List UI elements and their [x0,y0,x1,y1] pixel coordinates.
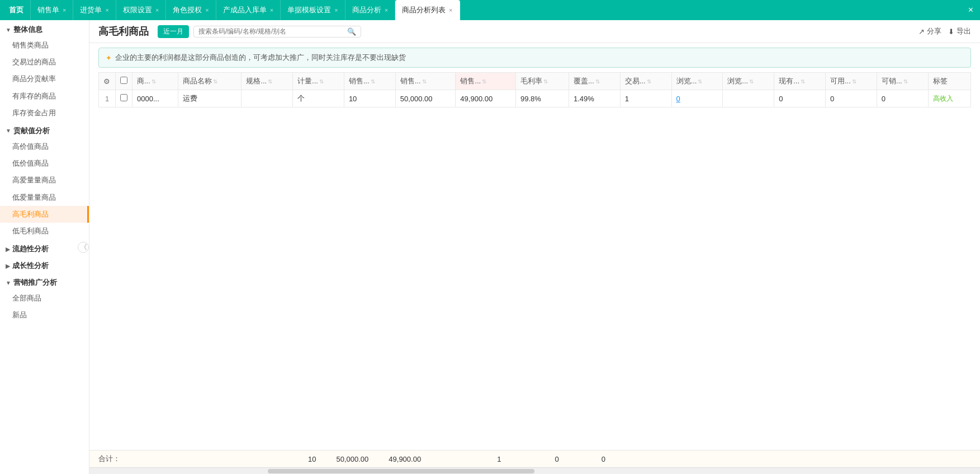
sidebar-item-contribution-rate[interactable]: 商品分贡献率 [0,71,89,87]
sort-icon-id: ⇅ [152,78,156,85]
share-button[interactable]: ↗ 分享 [919,26,941,36]
tab-role-close[interactable]: × [205,7,209,13]
row-checkbox[interactable] [120,94,127,101]
col-checkbox[interactable] [116,73,132,90]
col-coverage[interactable]: 覆盖... ⇅ [569,73,620,90]
tab-template-close[interactable]: × [334,7,338,13]
cell-name: 运费 [178,90,242,107]
col-unit[interactable]: 计量... ⇅ [293,73,344,90]
arrow-icon-2: ▼ [6,128,11,134]
data-table: ⚙ 商... ⇅ 商品名称 [98,72,971,107]
col-view2[interactable]: 浏览... ⇅ [723,73,774,90]
col-trade[interactable]: 交易... ⇅ [620,73,671,90]
col-spec[interactable]: 规格... ⇅ [242,73,293,90]
sidebar-section-marketing[interactable]: ▼ 营销推广分析 [0,273,89,290]
tab-analysis-list-label: 商品分析列表 [402,5,446,15]
col-sales-qty[interactable]: 销售... ⇅ [344,73,395,90]
sidebar-item-sales-goods[interactable]: 销售类商品 [0,37,89,54]
col-sales-amount[interactable]: 销售... ⇅ [395,73,456,90]
filter-button[interactable]: 近一月 [158,25,189,38]
tab-product-entry-close[interactable]: × [270,7,273,13]
top-navigation: 首页 销售单 × 进货单 × 权限设置 × 角色授权 × 产成品入库单 × 单据… [0,0,980,20]
sidebar-item-stock-goods[interactable]: 有库存的商品 [0,88,89,105]
sidebar-section-overview[interactable]: ▼ 整体信息 [0,20,89,37]
cell-checkbox[interactable] [116,90,132,107]
tag-label: 高收入 [933,95,953,102]
sidebar-collapse-button[interactable]: 《 [78,242,89,253]
cell-coverage: 1.49% [569,90,620,107]
col-margin[interactable]: 毛利率 ⇅ [515,73,569,90]
tab-template[interactable]: 单据模板设置 × [281,0,345,20]
sidebar-section-growth[interactable]: ▶ 成长性分析 [0,256,89,273]
col-tag[interactable]: 标签 [928,73,970,90]
sidebar-item-low-freq[interactable]: 低爱量量商品 [0,189,89,206]
cell-sales-amount: 50,000.00 [395,90,456,107]
search-input[interactable] [198,27,347,35]
table-container[interactable]: ⚙ 商... ⇅ 商品名称 [89,72,980,450]
select-all-checkbox[interactable] [120,77,127,84]
sidebar-item-low-margin[interactable]: 低毛利商品 [0,223,89,240]
cell-spec [242,90,293,107]
cell-view1[interactable]: 0 [671,90,723,107]
tab-analysis[interactable]: 商品分析 × [345,0,395,20]
tab-permission-close[interactable]: × [155,7,159,13]
cell-view2 [723,90,774,107]
sidebar-item-new-goods[interactable]: 新品 [0,307,89,323]
col-name[interactable]: 商品名称 ⇅ [178,73,242,90]
tab-sales-close[interactable]: × [63,7,66,13]
sidebar-item-low-value[interactable]: 低价值商品 [0,155,89,172]
tab-purchase-label: 进货单 [80,5,102,15]
content-area: 高毛利商品 近一月 🔍 ↗ 分享 ⬇ 导出 ✦ 企业的主要的利润都是这部分商品创… [89,20,980,474]
sort-icon-name: ⇅ [213,78,217,85]
col-settings[interactable]: ⚙ [99,73,116,90]
sidebar-item-traded-goods[interactable]: 交易过的商品 [0,54,89,71]
sidebar-item-high-freq[interactable]: 高爱量量商品 [0,172,89,189]
col-available[interactable]: 可用... ⇅ [825,73,877,90]
share-icon: ↗ [919,27,925,36]
col-view1[interactable]: 浏览... ⇅ [671,73,723,90]
tab-analysis-label: 商品分析 [352,5,381,15]
sidebar-item-high-margin[interactable]: 高毛利商品 [0,206,89,223]
tab-purchase-close[interactable]: × [105,7,108,13]
sidebar-item-high-value[interactable]: 高价值商品 [0,138,89,155]
cell-tag: 高收入 [928,90,970,107]
tab-product-entry[interactable]: 产成品入库单 × [216,0,281,20]
tab-permission[interactable]: 权限设置 × [116,0,166,20]
tab-home[interactable]: 首页 [2,0,31,20]
footer-label: 合计： [98,454,120,464]
cell-sales-profit: 49,900.00 [456,90,516,107]
tab-analysis-close[interactable]: × [385,7,388,13]
col-saleable[interactable]: 可销... ⇅ [877,73,928,90]
sort-icon-margin: ⇅ [543,78,548,85]
search-icon[interactable]: 🔍 [347,27,356,36]
tab-sales[interactable]: 销售单 × [31,0,73,20]
col-id[interactable]: 商... ⇅ [132,73,178,90]
sidebar-section-contribution[interactable]: ▼ 贡献值分析 [0,121,89,138]
footer-sales-qty: 10 [308,455,316,463]
cell-saleable: 0 [877,90,928,107]
tab-purchase[interactable]: 进货单 × [73,0,116,20]
sidebar-item-stock-capital[interactable]: 库存资金占用 [0,105,89,121]
tab-analysis-list[interactable]: 商品分析列表 × [395,0,460,20]
page-title: 高毛利商品 [98,25,149,38]
col-current-stock[interactable]: 现有... ⇅ [774,73,826,90]
table-footer: 合计： 10 50,000.00 49,900.00 1 0 0 [89,450,980,467]
tab-analysis-list-close[interactable]: × [449,7,452,13]
sort-icon-profit: ⇅ [482,78,486,85]
horizontal-scrollbar[interactable] [89,467,980,474]
cell-trade: 1 [620,90,671,107]
footer-current-stock: 0 [555,455,558,463]
info-text: 企业的主要的利润都是这部分商品创造的，可考虑加大推广，同时关注库存是不要出现缺货 [115,53,406,63]
col-sales-profit[interactable]: 销售... ⇅ [456,73,516,90]
sidebar-section-trend[interactable]: ▶ 流趋性分析 [0,240,89,256]
cell-unit: 个 [293,90,344,107]
tab-role[interactable]: 角色授权 × [166,0,216,20]
sort-icon-view2: ⇅ [749,78,754,85]
info-icon: ✦ [106,54,112,62]
export-button[interactable]: ⬇ 导出 [948,26,971,36]
export-icon: ⬇ [948,27,954,36]
info-banner: ✦ 企业的主要的利润都是这部分商品创造的，可考虑加大推广，同时关注库存是不要出现… [98,48,971,68]
sidebar-item-all-goods[interactable]: 全部商品 [0,290,89,307]
close-all-button[interactable]: × [964,5,978,15]
arrow-icon: ▼ [6,27,11,33]
